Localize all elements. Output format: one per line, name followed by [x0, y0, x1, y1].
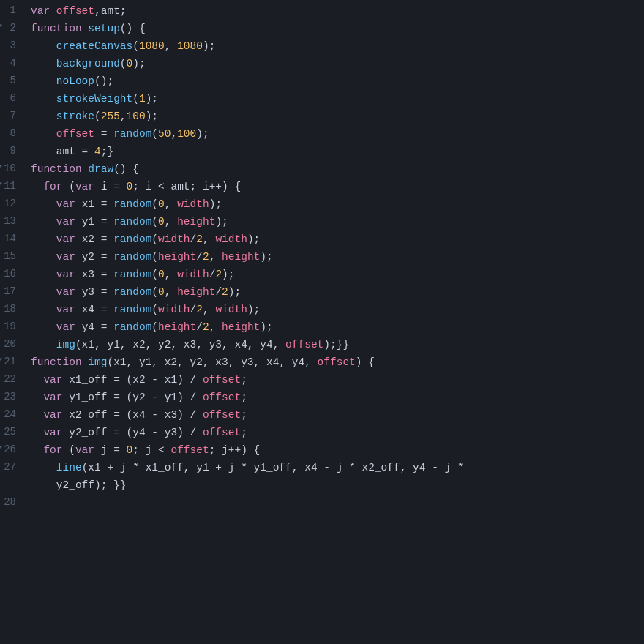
token: );	[146, 111, 158, 122]
token: );	[228, 286, 241, 298]
line-number: 7	[0, 108, 25, 124]
token: );	[132, 58, 145, 70]
line-number: 22	[0, 372, 25, 388]
token: );	[222, 269, 234, 280]
token: for	[43, 181, 69, 192]
token: amt	[56, 146, 75, 157]
token: x2_off = (x4 - x3) /	[69, 409, 203, 421]
token: ,	[165, 198, 177, 210]
token: (	[151, 269, 158, 280]
token: offset	[203, 392, 241, 403]
token: 1080	[139, 40, 165, 52]
code-line: 6 strokeWeight(1);	[0, 91, 644, 108]
token	[31, 233, 56, 245]
code-line: 13 var y1 = random(0, height);	[0, 214, 644, 231]
code-editor: 1var offset,amt;▾2function setup() {3 cr…	[0, 0, 644, 644]
code-line: 14 var x2 = random(width/2, width);	[0, 231, 644, 249]
line-number: 16	[0, 266, 25, 282]
line-number: 23	[0, 389, 25, 405]
token: var	[56, 233, 82, 245]
line-content: var x4 = random(width/2, width);	[25, 302, 644, 318]
token: 2	[203, 251, 209, 263]
token	[31, 216, 56, 228]
code-line: 9 amt = 4;}	[0, 143, 644, 161]
token: (x1, y1, x2, y2, x3, y3, x4, y4,	[75, 339, 285, 351]
token: for	[43, 444, 69, 456]
token: random	[113, 198, 151, 210]
line-content: img(x1, y1, x2, y2, x3, y3, x4, y4, offs…	[25, 337, 644, 353]
token: 2	[196, 233, 203, 245]
token: random	[113, 321, 151, 333]
line-number: ▾21	[0, 354, 25, 370]
token: amt	[101, 5, 120, 17]
token: width	[215, 304, 247, 315]
code-line: 27 line(x1 + j * x1_off, y1 + j * y1_off…	[0, 460, 644, 477]
token: (	[151, 216, 158, 228]
line-content: var offset,amt;	[25, 3, 644, 19]
token	[31, 444, 43, 456]
token: height	[222, 251, 260, 263]
token: (x1 + j * x1_off, y1 + j * y1_off, x4 - …	[82, 462, 464, 473]
line-number: 15	[0, 249, 25, 265]
token: ; j <	[132, 444, 171, 456]
token: width	[158, 304, 190, 315]
token	[31, 304, 56, 315]
token: var	[31, 5, 56, 17]
code-line: 18 var x4 = random(width/2, width);	[0, 302, 644, 319]
code-line: ▾21function img(x1, y1, x2, y2, x3, y3, …	[0, 354, 644, 372]
token: 0	[127, 181, 133, 192]
token: ,	[203, 304, 215, 315]
token: offset	[285, 339, 323, 351]
line-number: 14	[0, 231, 25, 247]
token: img	[88, 356, 107, 368]
token: 0	[158, 216, 165, 228]
token: random	[113, 269, 151, 280]
line-content: var x1 = random(0, width);	[25, 196, 644, 212]
line-number: ▾2	[0, 20, 25, 37]
token: (x1, y1, x2, y2, x3, y3, x4, y4,	[107, 356, 317, 368]
code-line: 12 var x1 = random(0, width);	[0, 196, 644, 214]
line-number: 6	[0, 91, 25, 107]
token: offset	[203, 427, 241, 438]
token: y2 =	[82, 251, 114, 263]
token: 100	[127, 111, 146, 122]
token: j =	[101, 444, 127, 456]
code-line: 7 stroke(255,100);	[0, 108, 644, 126]
token: var	[43, 409, 69, 421]
token: var	[56, 216, 82, 228]
line-content: for (var j = 0; j < offset; j++) {	[25, 442, 644, 458]
token: y2_off); }}	[31, 479, 127, 491]
token	[31, 374, 43, 386]
token: random	[113, 233, 151, 245]
line-number: 9	[0, 143, 25, 160]
token: x1_off = (x2 - x1) /	[69, 374, 203, 386]
line-content: var y2_off = (y4 - y3) / offset;	[25, 424, 644, 441]
line-content: createCanvas(1080, 1080);	[25, 38, 644, 54]
token: );	[203, 40, 215, 52]
line-number: 25	[0, 424, 25, 441]
token: var	[56, 198, 82, 210]
line-number: 12	[0, 196, 25, 212]
token: var	[75, 181, 101, 192]
token: ;	[241, 427, 247, 438]
line-number: 13	[0, 214, 25, 230]
line-number: 3	[0, 38, 25, 54]
token: x4 =	[82, 304, 114, 315]
token: ,	[165, 269, 177, 280]
token: 50	[158, 128, 171, 140]
token: ; i < amt; i++) {	[132, 181, 241, 192]
token: width	[158, 233, 190, 245]
token: height	[177, 286, 215, 298]
line-number: ▾11	[0, 179, 25, 195]
token: function	[31, 23, 88, 34]
code-line: 8 offset = random(50,100);	[0, 126, 644, 143]
token	[31, 462, 56, 473]
line-content: var y4 = random(height/2, height);	[25, 319, 644, 335]
token	[31, 409, 43, 421]
code-line: 1var offset,amt;	[0, 3, 644, 20]
token: );	[260, 321, 272, 333]
token: (	[151, 286, 158, 298]
code-line: 4 background(0);	[0, 56, 644, 73]
token	[31, 40, 56, 52]
token: );	[146, 93, 158, 105]
